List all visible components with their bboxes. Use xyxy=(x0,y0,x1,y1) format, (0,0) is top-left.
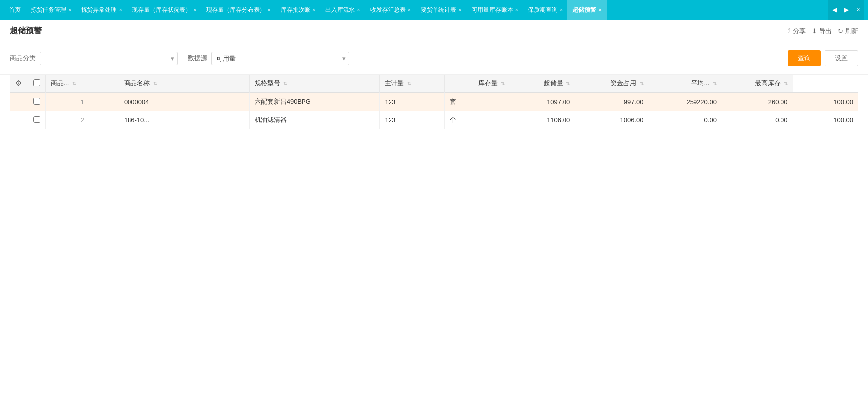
nav-arrows: ◀ ▶ × xyxy=(828,0,864,20)
gear-header: ⚙ xyxy=(10,75,28,93)
nav-prev-button[interactable]: ◀ xyxy=(828,0,840,20)
nav-close-stock-batch[interactable]: × xyxy=(312,7,315,13)
export-icon: ⬇ xyxy=(812,27,817,35)
nav-close-existing-dist[interactable]: × xyxy=(267,7,270,13)
nav-close-expiry[interactable]: × xyxy=(560,7,563,13)
nav-close-collection-summary[interactable]: × xyxy=(408,7,411,13)
row-maxstock-2: 100.00 xyxy=(793,111,858,129)
row-spec-1: 123 xyxy=(380,93,445,111)
sort-stock-icon: ⇅ xyxy=(501,81,505,86)
datasource-filter-group: 数据源 可用量 实际量 xyxy=(188,52,349,65)
row-gear-cell xyxy=(10,93,28,111)
nav-close-inout-flow[interactable]: × xyxy=(357,7,360,13)
th-capital[interactable]: 资金占用 ⇅ xyxy=(575,75,649,93)
row-checkbox-cell[interactable] xyxy=(28,93,45,111)
top-navigation: 首页 拣货任务管理 × 拣货异常处理 × 现存量（库存状况表） × 现存量（库存… xyxy=(0,0,868,20)
row-checkbox-cell[interactable] xyxy=(28,111,45,129)
nav-item-order-stats[interactable]: 要货单统计表 × xyxy=(416,0,466,20)
nav-item-stock-batch[interactable]: 库存批次账 × xyxy=(276,0,320,20)
nav-close-available-stock[interactable]: × xyxy=(515,7,518,13)
nav-close-existing-status[interactable]: × xyxy=(193,7,196,13)
table-header-row: ⚙ 商品... ⇅ 商品名称 ⇅ 规格型号 ⇅ 主计量 xyxy=(10,75,858,93)
th-avg[interactable]: 平均... ⇅ xyxy=(649,75,722,93)
share-icon: ⤴ xyxy=(787,27,791,35)
row-stock-2: 1106.00 xyxy=(510,111,575,129)
select-all-cell[interactable] xyxy=(28,75,45,93)
sort-spec-icon: ⇅ xyxy=(283,81,287,86)
category-select-wrapper xyxy=(40,52,178,65)
th-spec[interactable]: 规格型号 ⇅ xyxy=(249,75,380,93)
row-over-1: 997.00 xyxy=(575,93,649,111)
nav-item-collection-summary[interactable]: 收发存汇总表 × xyxy=(365,0,416,20)
refresh-button[interactable]: ↻ 刷新 xyxy=(838,27,858,36)
row-unit-1: 套 xyxy=(445,93,510,111)
nav-item-inout-flow[interactable]: 出入库流水 × xyxy=(320,0,365,20)
filter-buttons: 查询 设置 xyxy=(788,50,858,66)
category-select[interactable] xyxy=(40,52,178,65)
nav-item-home[interactable]: 首页 xyxy=(4,0,26,20)
row-checkbox-2[interactable] xyxy=(33,116,40,123)
query-button[interactable]: 查询 xyxy=(788,50,821,66)
nav-item-available-stock[interactable]: 可用量库存账本 × xyxy=(467,0,523,20)
settings-button[interactable]: 设置 xyxy=(825,50,858,66)
sort-over-icon: ⇅ xyxy=(566,81,570,86)
sort-name-icon: ⇅ xyxy=(153,81,157,86)
row-maxstock-1: 100.00 xyxy=(793,93,858,111)
row-checkbox-1[interactable] xyxy=(33,98,40,105)
th-name[interactable]: 商品名称 ⇅ xyxy=(119,75,249,93)
nav-item-jh-task[interactable]: 拣货任务管理 × xyxy=(26,0,76,20)
select-all-checkbox[interactable] xyxy=(33,79,40,86)
row-capital-1: 259220.00 xyxy=(649,93,722,111)
nav-close-overstock[interactable]: × xyxy=(598,7,601,13)
row-unit-2: 个 xyxy=(445,111,510,129)
row-spec-2: 123 xyxy=(380,111,445,129)
nav-item-existing-status[interactable]: 现存量（库存状况表） × xyxy=(127,0,201,20)
datasource-select-wrapper: 可用量 实际量 xyxy=(211,52,349,65)
nav-close-jh-error[interactable]: × xyxy=(119,7,122,13)
row-stock-1: 1097.00 xyxy=(510,93,575,111)
th-stock[interactable]: 库存量 ⇅ xyxy=(445,75,510,93)
page-title: 超储预警 xyxy=(10,26,42,36)
th-sku[interactable]: 商品... ⇅ xyxy=(45,75,119,93)
th-maxstock[interactable]: 最高库存 ⇅ xyxy=(722,75,793,93)
nav-item-existing-dist[interactable]: 现存量（库存分布表） × xyxy=(201,0,275,20)
gear-icon[interactable]: ⚙ xyxy=(15,79,22,87)
row-num-1: 1 xyxy=(45,93,119,111)
row-num-2: 2 xyxy=(45,111,119,129)
th-over[interactable]: 超储量 ⇅ xyxy=(510,75,575,93)
sort-avg-icon: ⇅ xyxy=(713,81,717,86)
row-gear-cell xyxy=(10,111,28,129)
nav-close-jh-task[interactable]: × xyxy=(68,7,71,13)
row-capital-2: 0.00 xyxy=(649,111,722,129)
nav-item-expiry[interactable]: 保质期查询 × xyxy=(523,0,567,20)
datasource-label: 数据源 xyxy=(188,54,207,63)
row-sku-2: 186-10... xyxy=(119,111,249,129)
export-button[interactable]: ⬇ 导出 xyxy=(812,27,832,36)
sort-unit-icon: ⇅ xyxy=(407,81,411,86)
category-label: 商品分类 xyxy=(10,54,36,63)
row-avg-1: 260.00 xyxy=(722,93,793,111)
table-container: ⚙ 商品... ⇅ 商品名称 ⇅ 规格型号 ⇅ 主计量 xyxy=(0,75,868,129)
overstock-table: ⚙ 商品... ⇅ 商品名称 ⇅ 规格型号 ⇅ 主计量 xyxy=(10,75,858,129)
row-name-2: 机油滤清器 xyxy=(249,111,380,129)
row-sku-1: 0000004 xyxy=(119,93,249,111)
header-actions: ⤴ 分享 ⬇ 导出 ↻ 刷新 xyxy=(787,27,858,36)
page-header: 超储预警 ⤴ 分享 ⬇ 导出 ↻ 刷新 xyxy=(0,20,868,42)
sort-capital-icon: ⇅ xyxy=(640,81,644,86)
row-avg-2: 0.00 xyxy=(722,111,793,129)
datasource-select[interactable]: 可用量 实际量 xyxy=(211,52,349,65)
nav-close-button[interactable]: × xyxy=(852,0,864,20)
nav-item-overstock[interactable]: 超储预警 × xyxy=(567,0,606,20)
share-button[interactable]: ⤴ 分享 xyxy=(787,27,806,36)
row-name-1: 六配套新昌490BPG xyxy=(249,93,380,111)
nav-close-order-stats[interactable]: × xyxy=(458,7,461,13)
sort-sku-icon: ⇅ xyxy=(72,81,76,86)
th-unit[interactable]: 主计量 ⇅ xyxy=(380,75,445,93)
row-over-2: 1006.00 xyxy=(575,111,649,129)
table-body: 1 0000004 六配套新昌490BPG 123 套 1097.00 997.… xyxy=(10,93,858,129)
refresh-icon: ↻ xyxy=(838,27,843,35)
nav-next-button[interactable]: ▶ xyxy=(840,0,852,20)
nav-item-jh-error[interactable]: 拣货异常处理 × xyxy=(76,0,127,20)
filter-area: 商品分类 数据源 可用量 实际量 查询 设置 xyxy=(0,42,868,75)
table-row: 2 186-10... 机油滤清器 123 个 1106.00 1006.00 … xyxy=(10,111,858,129)
